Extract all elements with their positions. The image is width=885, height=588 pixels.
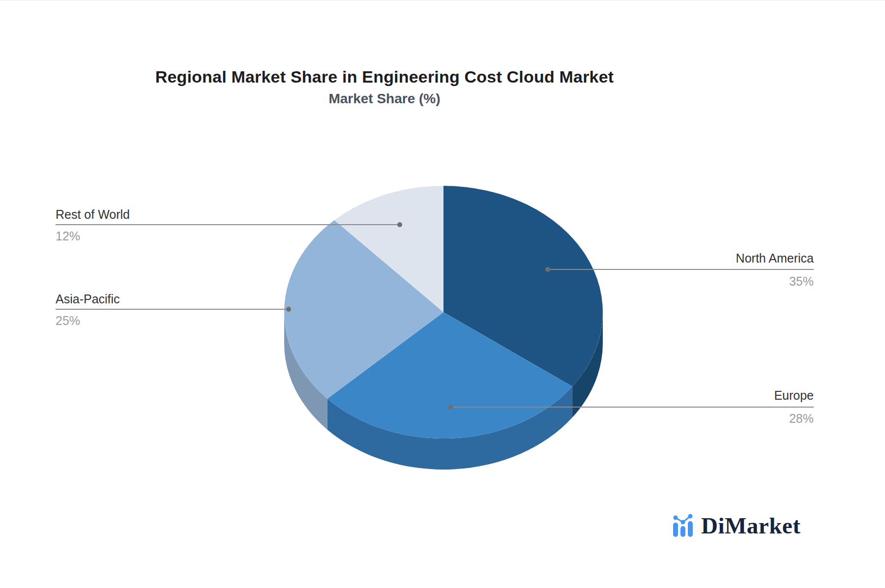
leader-dot-asia-pacific bbox=[286, 307, 291, 312]
slice-label-rest-of-world: Rest of World bbox=[56, 207, 130, 221]
slice-pct-asia-pacific: 25% bbox=[56, 314, 80, 327]
slice-label-europe: Europe bbox=[607, 388, 814, 402]
slice-label-asia-pacific: Asia-Pacific bbox=[56, 292, 120, 306]
slice-pct-europe: 28% bbox=[607, 412, 814, 425]
leader-dot-rest-of-world bbox=[397, 222, 402, 227]
slice-label-north-america: North America bbox=[607, 251, 814, 265]
brand-name: DiMarket bbox=[701, 512, 800, 539]
leader-dot-europe bbox=[448, 405, 453, 410]
brand-logo: DiMarket bbox=[671, 510, 800, 541]
slice-pct-rest-of-world: 12% bbox=[56, 229, 80, 243]
bar-chart-logo-icon bbox=[671, 512, 696, 539]
pie-chart[interactable] bbox=[0, 0, 885, 588]
leader-dot-north-america bbox=[545, 267, 550, 272]
slice-pct-north-america: 35% bbox=[607, 274, 814, 288]
chart-page: Regional Market Share in Engineering Cos… bbox=[0, 0, 885, 588]
